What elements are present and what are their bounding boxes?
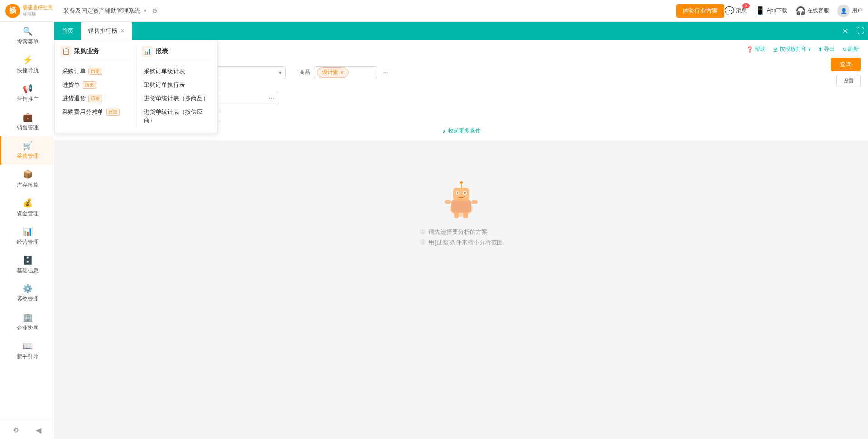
report-col-header: 📊 报表	[142, 46, 212, 60]
dropdown-item-inbound[interactable]: 进货单 历史	[60, 78, 131, 92]
sidebar-item-purchase[interactable]: 🛒 采购管理	[0, 136, 54, 165]
collapse-up-icon: ∧	[442, 128, 446, 134]
svg-point-5	[457, 192, 458, 194]
logo-icon: 畅	[5, 4, 20, 18]
logo-sub: 标准版	[23, 11, 53, 17]
svg-rect-11	[454, 212, 459, 218]
tabbar-expand-button[interactable]: ⛶	[853, 27, 868, 35]
purchase-expense-label: 采购费用分摊单	[62, 108, 103, 116]
sidebar-item-marketing[interactable]: 📢 营销推广	[0, 79, 54, 108]
query-button[interactable]: 查询	[831, 58, 861, 71]
user-group[interactable]: 👤 用户	[837, 5, 863, 17]
sidebar-item-sales[interactable]: 💼 销售管理	[0, 108, 54, 136]
purchase-order-label: 采购订单	[62, 67, 86, 75]
purchase-header-text: 采购业务	[74, 47, 99, 55]
online-service-group[interactable]: 🎧 在线客服	[795, 6, 829, 16]
system-icon: ⚙️	[23, 284, 33, 294]
search-icon: 🔍	[23, 26, 33, 36]
query-btn-wrap: 查询 设置	[831, 58, 861, 87]
tabbar-close-all-button[interactable]: ✕	[837, 27, 853, 35]
basic-icon: 🗄️	[23, 255, 33, 265]
empty-hint1: 请先选择要分析的方案	[429, 228, 488, 236]
sidebar-label-search: 搜索菜单	[17, 38, 39, 46]
svg-rect-2	[453, 188, 469, 201]
empty-hints: ① 请先选择要分析的方案 ② 用[过滤]条件来缩小分析范围	[419, 227, 502, 247]
sidebar-label-system: 系统管理	[17, 296, 39, 303]
sales-icon: 💼	[23, 112, 33, 122]
dropdown-item-purchase-order[interactable]: 采购订单 历史	[60, 64, 131, 78]
online-service-label: 在线客服	[807, 7, 829, 15]
inventory-icon: 📦	[23, 169, 33, 179]
purchase-icon: 🛒	[23, 141, 33, 151]
sidebar-item-basic[interactable]: 🗄️ 基础信息	[0, 251, 54, 279]
tab-home-label: 首页	[62, 27, 73, 35]
goods-more-dots[interactable]: ···	[383, 69, 389, 77]
salesman-more-dots[interactable]: ···	[268, 94, 274, 102]
sidebar-item-quicknav[interactable]: ⚡ 快捷导航	[0, 50, 54, 79]
inbound-return-label: 进货退货	[62, 94, 86, 103]
dropdown-item-inbound-stats-supplier[interactable]: 进货单统计表（按供应商）	[142, 105, 212, 127]
enterprise-icon: 🏢	[23, 312, 33, 322]
sidebar-label-operation: 经营管理	[17, 238, 39, 246]
report-header-text: 报表	[156, 47, 168, 55]
sidebar-item-inventory[interactable]: 📦 库存核算	[0, 165, 54, 193]
operation-icon: 📊	[23, 227, 33, 237]
inbound-return-history-badge: 历史	[88, 95, 102, 102]
purchase-col: 📋 采购业务 采购订单 历史 进货单 历史 进货退货 历史 采购费用分摊单 历史	[55, 46, 136, 127]
system-title-text: 装备及固定资产辅助管理系统	[63, 7, 140, 15]
print-template-link[interactable]: 🖨 按模板打印 ▾	[773, 45, 811, 53]
inbound-history-badge: 历史	[83, 81, 96, 89]
sidebar-item-system[interactable]: ⚙️ 系统管理	[0, 279, 54, 308]
sidebar-collapse-button[interactable]: ◀	[36, 426, 41, 434]
sidebar-item-finance[interactable]: 💰 资金管理	[0, 193, 54, 222]
title-dropdown-arrow[interactable]: ▾	[144, 8, 146, 14]
user-label: 用户	[852, 7, 863, 15]
sidebar: 🔍 搜索菜单 ⚡ 快捷导航 📢 营销推广 💼 销售管理 🛒 采购管理 📦 库存核…	[0, 22, 54, 439]
inbound-label: 进货单	[62, 81, 80, 89]
export-link[interactable]: ⬆ 导出	[818, 45, 835, 53]
svg-rect-1	[451, 199, 471, 213]
purchase-order-history-badge: 历史	[88, 68, 102, 75]
print-icon: 🖨	[773, 46, 778, 53]
print-dropdown-icon[interactable]: ▾	[808, 46, 811, 53]
dropdown-item-purchase-order-stats[interactable]: 采购订单统计表	[142, 64, 212, 78]
newbie-icon: 📖	[23, 341, 33, 351]
dropdown-item-purchase-expense[interactable]: 采购费用分摊单 历史	[60, 105, 131, 119]
help-link[interactable]: ❓ 帮助	[746, 45, 766, 53]
tab-home[interactable]: 首页	[54, 22, 81, 40]
marketing-icon: 📢	[23, 84, 33, 94]
voucher-status-dropdown-icon[interactable]: ▾	[279, 69, 282, 76]
tab-close-icon[interactable]: ✕	[120, 28, 125, 34]
sidebar-label-newbie: 新手引导	[17, 353, 39, 360]
tab-sales-ranking[interactable]: 销售排行榜 ✕	[81, 22, 132, 40]
industry-button[interactable]: 体验行业方案	[676, 4, 724, 18]
dropdown-item-purchase-order-exec[interactable]: 采购订单执行表	[142, 78, 212, 92]
headset-icon: 🎧	[795, 6, 805, 16]
sidebar-label-purchase: 采购管理	[17, 153, 39, 160]
report-header-icon: 📊	[142, 46, 153, 57]
empty-robot-icon	[439, 177, 484, 222]
message-icon: 💬	[724, 6, 734, 16]
dropdown-item-inbound-return[interactable]: 进货退货 历史	[60, 92, 131, 105]
sidebar-label-basic: 基础信息	[17, 267, 39, 275]
sidebar-label-enterprise: 企业协同	[17, 324, 39, 332]
app-download-group[interactable]: 📱 App下载	[755, 6, 787, 16]
refresh-link[interactable]: ↻ 刷新	[842, 45, 859, 53]
system-gear-button[interactable]: ⚙	[152, 7, 158, 15]
logo-text: 畅捷通好生意	[23, 4, 53, 10]
message-group[interactable]: 💬 消息 5	[724, 6, 747, 16]
sidebar-item-newbie[interactable]: 📖 新手引导	[0, 336, 54, 365]
sidebar-label-finance: 资金管理	[17, 210, 39, 217]
sidebar-item-enterprise[interactable]: 🏢 企业协同	[0, 308, 54, 336]
sidebar-settings-button[interactable]: ⚙	[13, 426, 19, 434]
svg-rect-9	[445, 200, 451, 204]
sidebar-item-search[interactable]: 🔍 搜索菜单	[0, 22, 54, 50]
settings-button[interactable]: 设置	[836, 75, 861, 87]
empty-state: ① 请先选择要分析的方案 ② 用[过滤]条件来缩小分析范围	[54, 177, 868, 247]
dropdown-item-inbound-stats-goods[interactable]: 进货单统计表（按商品）	[142, 92, 212, 105]
goods-tag-close[interactable]: ✕	[340, 70, 344, 75]
sidebar-item-operation[interactable]: 📊 经营管理	[0, 222, 54, 251]
tab-sales-ranking-label: 销售排行榜	[88, 27, 117, 35]
collapse-label: 收起更多条件	[448, 127, 481, 135]
topbar-right: 💬 消息 5 📱 App下载 🎧 在线客服 👤 用户	[724, 5, 863, 17]
